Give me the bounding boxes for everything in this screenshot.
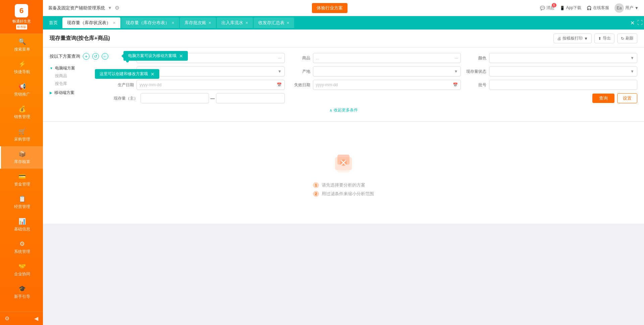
scheme-tooltip-close[interactable]: ✕ [179,53,183,59]
sidebar-item-quick-nav[interactable]: ⚡ 快捷导航 [0,56,43,79]
tab-fullscreen-icon[interactable]: ⛶ [637,20,643,26]
tab-inventory-status[interactable]: 现存量（库存状况表） ✕ [62,17,120,28]
dropdown-icon: ▼ [630,69,634,74]
sidebar-item-inventory[interactable]: 📦 库存核算 [0,146,43,169]
enterprise-icon: 🤝 [18,263,26,270]
tab-close-icon[interactable]: ✕ [208,21,211,25]
filter-stock-status: 现存量状态 ▼ [466,66,637,76]
tab-batch-account[interactable]: 库存批次账 ✕ [180,17,216,28]
tab-close-icon[interactable]: ✕ [286,21,289,25]
expand-arrow-icon: ▼ [50,66,53,70]
app-download-group[interactable]: 📱 App下载 [560,5,581,11]
filter-color: 颜色 ▼ [466,53,637,63]
tab-summary[interactable]: 收发存汇总表 ✕ [254,17,294,28]
expiry-date-input[interactable]: yyyy-mm-dd 📅 [313,80,461,90]
stock-qty-min[interactable] [141,93,209,103]
sidebar-item-enterprise[interactable]: 🤝 企业协同 [0,259,43,281]
expiry-date-label: 失效日期 [290,82,310,88]
sidebar-item-basic[interactable]: 📊 基础信息 [0,214,43,236]
print-icon: 🖨 [557,36,561,41]
empty-state: 1 请先选择要分析的方案 2 用过滤条件来缩小分析范围 [43,122,644,224]
empty-illustration [330,149,357,175]
refresh-scheme-btn[interactable]: ↺ [92,53,99,60]
create-tooltip-close[interactable]: ✕ [151,71,155,77]
user-group[interactable]: Ea 用户 ▼ [614,3,639,13]
stock-qty-label: 现存量（主） [114,96,138,101]
industry-btn[interactable]: 体验行业方案 [312,3,347,13]
page-title: 现存量查询(按仓库+商品) [50,35,110,42]
product-select[interactable]: ... ··· [313,53,461,63]
page-content: 现存量查询(按仓库+商品) 🖨 按模板打印 ▼ ⬆ 导出 ↻ 刷新 [43,30,644,325]
stock-status-select[interactable]: ▼ [489,66,637,76]
page-header: 现存量查询(按仓库+商品) 🖨 按模板打印 ▼ ⬆ 导出 ↻ 刷新 [43,30,644,48]
logo-title: 畅通好生意 [12,19,31,24]
sidebar-item-operations[interactable]: 📋 经营管理 [0,191,43,214]
app-download-label: App下载 [566,5,581,11]
sidebar-item-newbie[interactable]: 🎓 新手引导 [0,281,43,304]
sidebar-item-search-menu[interactable]: 🔍 搜索菜单 [0,34,43,56]
export-btn[interactable]: ⬆ 导出 [594,34,614,43]
header-left: 装备及固定资产辅助管理系统 ▼ ⚙ [48,5,119,11]
tab-inventory-dist[interactable]: 现存量（库存分布表） ✕ [121,17,179,28]
hint-num-2: 2 [313,191,319,197]
back-scheme-btn[interactable]: ← [102,53,108,60]
sidebar-item-system[interactable]: ⚙ 系统管理 [0,236,43,259]
sidebar-item-finance[interactable]: 💳 资金管理 [0,169,43,191]
tab-close-icon[interactable]: ✕ [171,21,174,25]
scheme-tooltip-text: 电脑方案可设为移动方案哦 [128,53,176,59]
tab-close-all-icon[interactable]: ✕ [630,20,635,26]
sidebar-item-label: 营销推广 [14,92,30,97]
stock-qty-max[interactable] [216,93,284,103]
color-label: 颜色 [466,55,486,61]
online-service-group[interactable]: 🎧 在线客服 [587,5,609,11]
filter-title: 按以下方案查询 [50,53,80,59]
quick-nav-icon: ⚡ [18,60,26,68]
origin-select[interactable]: ▼ [313,66,461,76]
sidebar-item-purchase[interactable]: 🛒 采购管理 [0,124,43,146]
tab-flow[interactable]: 出入库流水 ✕ [217,17,253,28]
prod-date-label: 生产日期 [114,82,134,88]
tab-close-icon[interactable]: ✕ [245,21,248,25]
sidebar-item-label: 企业协同 [14,271,30,277]
tab-label: 收发存汇总表 [258,20,284,26]
settings-btn[interactable]: 设置 [617,93,637,103]
scheme-tree-sub-item-2[interactable]: 按仓库 [55,80,108,88]
header-dropdown-icon[interactable]: ▼ [108,5,112,10]
empty-hints: 1 请先选择要分析的方案 2 用过滤条件来缩小分析范围 [313,182,374,197]
print-template-btn[interactable]: 🖨 按模板打印 ▼ [553,34,592,43]
empty-hint-2: 2 用过滤条件来缩小分析范围 [313,191,374,197]
collapse-sidebar-icon[interactable]: ◀ [34,315,38,322]
batch-input[interactable] [489,80,637,90]
filter-header: 按以下方案查询 + ↺ ← [50,53,108,60]
select-dots-icon: ··· [454,56,458,60]
filter-fields: 仓库 ... ··· 商品 ... ··· [114,53,637,105]
sidebar-item-label: 新手引导 [14,294,30,300]
query-btn[interactable]: 查询 [592,94,614,103]
sidebar-item-sales[interactable]: 💰 销售管理 [0,101,43,124]
settings-bottom-icon[interactable]: ⚙ [5,315,9,322]
empty-hint-1: 1 请先选择要分析的方案 [313,182,374,188]
filter-prod-date: 生产日期 yyyy-mm-dd 📅 [114,80,285,90]
scheme-tree-mobile[interactable]: ▶ 移动端方案 [50,89,108,97]
collapse-btn[interactable]: ∧ 收起更多条件 [50,105,637,116]
main-area: 装备及固定资产辅助管理系统 ▼ ⚙ 体验行业方案 💬 消息 6 📱 App下载 … [43,0,644,325]
color-select[interactable]: ▼ [489,53,637,63]
refresh-btn[interactable]: ↻ 刷新 [617,34,637,43]
filter-buttons: 查询 设置 [466,93,637,103]
sidebar-item-label: 销售管理 [14,114,30,120]
sidebar-item-label: 经营管理 [14,204,30,210]
tab-home[interactable]: 首页 [44,20,62,26]
add-scheme-btn[interactable]: + [83,53,90,60]
tab-close-icon[interactable]: ✕ [113,21,116,25]
sidebar-item-label: 快捷导航 [14,69,30,75]
export-icon: ⬆ [598,36,601,41]
sidebar-item-marketing[interactable]: 📢 营销推广 [0,79,43,101]
expand-arrow-icon: ▶ [50,91,52,95]
prod-date-input[interactable]: yyyy-mm-dd 📅 [137,80,285,90]
sidebar-item-label: 系统管理 [14,249,30,255]
header-settings-icon[interactable]: ⚙ [115,5,119,11]
logo-tag: 标准版 [16,24,27,30]
message-icon: 💬 [540,6,545,10]
dropdown-icon: ▼ [278,69,282,74]
message-group[interactable]: 💬 消息 6 [540,5,554,11]
